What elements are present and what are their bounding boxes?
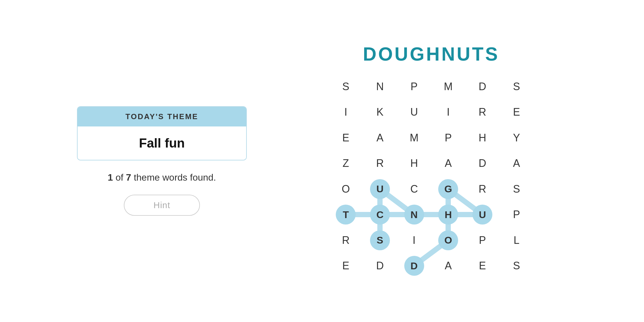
plain-letter: M (410, 132, 419, 144)
grid-cell[interactable]: S (329, 74, 363, 100)
plain-letter: C (410, 183, 418, 195)
grid-cell[interactable]: A (431, 151, 465, 177)
grid-cell[interactable]: C (363, 202, 397, 228)
plain-letter: H (410, 157, 418, 169)
grid-cell[interactable]: M (431, 74, 465, 100)
plain-letter: E (342, 260, 349, 272)
plain-letter: S (513, 260, 520, 272)
grid-cell[interactable]: O (329, 176, 363, 202)
grid-cell[interactable]: D (397, 253, 431, 279)
grid-cell[interactable]: E (465, 253, 500, 279)
highlighted-letter: H (438, 205, 458, 225)
right-panel: DOUGHNUTS (271, 43, 591, 279)
grid-cell[interactable]: H (431, 202, 465, 228)
grid-cell[interactable]: D (465, 151, 500, 177)
plain-letter: Y (513, 132, 520, 144)
plain-letter: P (479, 234, 486, 246)
grid-cell[interactable]: S (499, 253, 534, 279)
grid-cell[interactable]: I (329, 100, 363, 125)
grid-wrapper: SNPMDSIKUIREEAMPHYZRHADAOUCGRSTCNHUPRSIO… (329, 74, 534, 279)
grid-cell[interactable]: E (499, 100, 534, 125)
grid-cell[interactable]: P (397, 74, 431, 100)
highlighted-letter: C (370, 205, 390, 225)
plain-letter: L (514, 234, 520, 246)
grid-cell[interactable]: D (465, 74, 500, 100)
plain-letter: I (344, 106, 347, 118)
grid-cell[interactable]: G (431, 176, 465, 202)
plain-letter: S (342, 80, 349, 93)
grid-cell[interactable]: A (431, 253, 465, 279)
found-suffix: theme words found. (131, 172, 216, 183)
plain-letter: M (444, 80, 453, 93)
grid-cell[interactable]: P (499, 202, 534, 228)
plain-letter: I (413, 234, 416, 246)
found-total: 7 (126, 172, 131, 183)
grid-cell[interactable]: H (397, 151, 431, 177)
grid-cell[interactable]: M (397, 125, 431, 151)
plain-letter: Z (342, 157, 349, 169)
grid-cell[interactable]: U (465, 202, 500, 228)
plain-letter: O (342, 183, 350, 195)
plain-letter: P (411, 80, 418, 93)
grid-cell[interactable]: U (363, 176, 397, 202)
plain-letter: A (445, 157, 452, 169)
theme-header: TODAY'S THEME (78, 107, 246, 126)
grid-cell[interactable]: L (499, 227, 534, 253)
grid-cell[interactable]: T (329, 202, 363, 228)
grid-cell[interactable]: E (329, 253, 363, 279)
theme-box: TODAY'S THEME Fall fun (77, 106, 247, 160)
plain-letter: E (479, 260, 486, 272)
grid-cell[interactable]: A (363, 125, 397, 151)
plain-letter: A (513, 157, 520, 169)
highlighted-letter: N (404, 205, 424, 225)
plain-letter: R (479, 183, 486, 195)
highlighted-letter: T (336, 205, 356, 225)
plain-letter: D (376, 260, 384, 272)
grid-cell[interactable]: Y (499, 125, 534, 151)
highlighted-letter: U (370, 179, 390, 199)
theme-value: Fall fun (78, 126, 246, 160)
plain-letter: E (342, 132, 349, 144)
grid-cell[interactable]: R (465, 100, 500, 125)
found-text: 1 of 7 theme words found. (108, 172, 216, 183)
grid-cell[interactable]: N (397, 202, 431, 228)
plain-letter: P (513, 208, 520, 221)
plain-letter: A (376, 132, 383, 144)
grid-cell[interactable]: R (329, 227, 363, 253)
plain-letter: U (410, 106, 418, 118)
found-current: 1 (108, 172, 113, 183)
letter-grid: SNPMDSIKUIREEAMPHYZRHADAOUCGRSTCNHUPRSIO… (329, 74, 534, 279)
highlighted-letter: G (438, 179, 458, 199)
grid-cell[interactable]: I (397, 227, 431, 253)
grid-cell[interactable]: N (363, 74, 397, 100)
highlighted-letter: O (438, 230, 458, 250)
grid-cell[interactable]: E (329, 125, 363, 151)
grid-cell[interactable]: C (397, 176, 431, 202)
plain-letter: I (447, 106, 450, 118)
grid-cell[interactable]: S (499, 176, 534, 202)
grid-cell[interactable]: R (465, 176, 500, 202)
highlighted-letter: S (370, 230, 390, 250)
grid-cell[interactable]: S (363, 227, 397, 253)
grid-cell[interactable]: R (363, 151, 397, 177)
grid-cell[interactable]: S (499, 74, 534, 100)
plain-letter: E (513, 106, 520, 118)
grid-cell[interactable]: A (499, 151, 534, 177)
grid-cell[interactable]: Z (329, 151, 363, 177)
grid-cell[interactable]: O (431, 227, 465, 253)
grid-cell[interactable]: P (431, 125, 465, 151)
plain-letter: N (376, 80, 384, 93)
plain-letter: S (513, 183, 520, 195)
grid-cell[interactable]: U (397, 100, 431, 125)
grid-cell[interactable]: D (363, 253, 397, 279)
grid-cell[interactable]: P (465, 227, 500, 253)
plain-letter: S (513, 80, 520, 93)
highlighted-letter: U (472, 205, 492, 225)
grid-cell[interactable]: H (465, 125, 500, 151)
plain-letter: K (376, 106, 383, 118)
plain-letter: A (445, 260, 452, 272)
hint-button[interactable]: Hint (124, 195, 200, 216)
grid-cell[interactable]: I (431, 100, 465, 125)
grid-cell[interactable]: K (363, 100, 397, 125)
plain-letter: R (342, 234, 350, 246)
